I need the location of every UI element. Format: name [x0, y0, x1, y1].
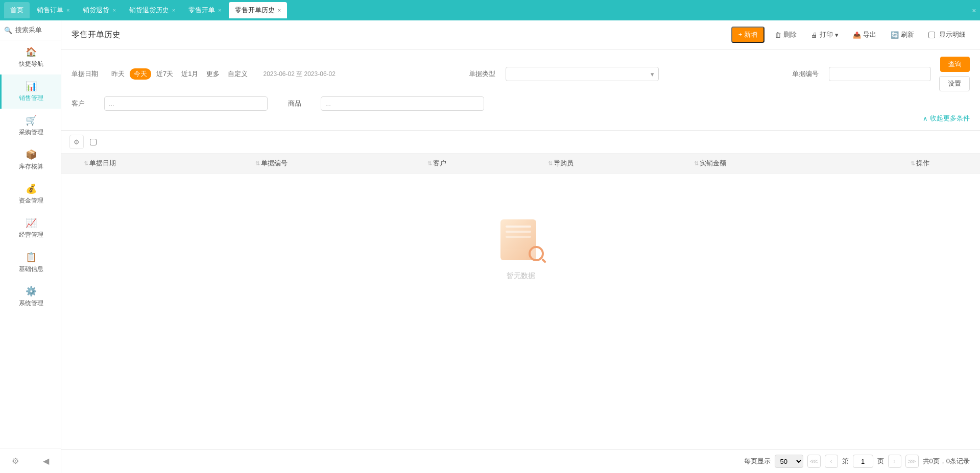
total-info: 共0页，0条记录	[923, 457, 970, 466]
sidebar-item-sales-mgmt[interactable]: 📊 销售管理	[0, 74, 61, 109]
page-label: 第	[842, 457, 849, 466]
select-all-checkbox[interactable]	[90, 139, 97, 145]
export-icon: 📤	[853, 31, 861, 39]
date-shortcut-custom[interactable]: 自定义	[225, 68, 251, 80]
page-suffix: 页	[877, 457, 884, 466]
display-detail-button[interactable]: 显示明细	[924, 28, 970, 41]
tab-close-sales-return[interactable]: ×	[112, 7, 115, 13]
delete-button[interactable]: 🗑 删除	[771, 28, 801, 41]
next-page-btn[interactable]: ›	[888, 455, 901, 468]
empty-state: 暂无数据	[61, 173, 980, 321]
table-header: ⇅单据日期⇅单据编号⇅客户⇅导购员⇅实销金额⇅操作	[61, 154, 980, 173]
collapse-row: ∧ 收起更多条件	[71, 111, 970, 123]
date-range-display: 2023-06-02 至 2023-06-02	[263, 70, 335, 79]
tab-close-sales-order[interactable]: ×	[66, 7, 69, 13]
sort-icon-guide[interactable]: ⇅	[548, 160, 553, 166]
tab-close-sales-return-history[interactable]: ×	[172, 7, 175, 13]
customer-input-dots: ...	[109, 100, 114, 108]
sidebar-collapse-btn[interactable]: ◀	[39, 454, 53, 468]
sidebar-icon-inventory: 📦	[26, 149, 37, 160]
display-detail-checkbox[interactable]	[928, 32, 935, 38]
page-title: 零售开单历史	[71, 30, 121, 40]
page-number-input[interactable]	[853, 455, 873, 468]
tab-retail-open[interactable]: 零售开单×	[182, 2, 227, 18]
sort-icon-number[interactable]: ⇅	[255, 160, 260, 166]
sort-icon-date[interactable]: ⇅	[84, 160, 88, 166]
sidebar-item-inventory[interactable]: 📦 库存核算	[0, 143, 61, 177]
search-order-btn[interactable]: 🔍 搜索采单	[0, 20, 61, 40]
doc-number-label: 单据编号	[792, 69, 821, 79]
top-bar-right: ×	[972, 7, 976, 14]
export-button[interactable]: 📤 导出	[849, 28, 880, 41]
tab-retail-open-history[interactable]: 零售开单历史×	[229, 2, 287, 18]
tab-close-retail-open-history[interactable]: ×	[278, 7, 281, 13]
refresh-button[interactable]: 🔄 刷新	[887, 28, 918, 41]
sidebar-item-quick-nav[interactable]: 🏠 快捷导航	[0, 40, 61, 74]
goods-input[interactable]: ...	[321, 96, 484, 111]
pagination: 每页显示 50 10 20 100 ⋘ ‹ 第 页 › ⋙ 共0页，0条记录	[61, 449, 980, 473]
tab-sales-order[interactable]: 销售订单×	[31, 2, 76, 18]
th-date: ⇅单据日期	[78, 154, 249, 173]
tab-close-retail-open[interactable]: ×	[218, 7, 221, 13]
filter-row-2: 客户 ... 商品 ...	[71, 96, 970, 111]
th-checkbox	[61, 154, 78, 173]
doc-type-select[interactable]: ▾	[506, 67, 659, 81]
tab-home[interactable]: 首页	[4, 2, 30, 18]
search-icon: 🔍	[4, 27, 12, 34]
tab-sales-return-history[interactable]: 销货退货历史×	[123, 2, 181, 18]
sidebar-item-purchase-mgmt[interactable]: 🛒 采购管理	[0, 109, 61, 143]
sidebar-bottom: ⚙ ◀	[0, 449, 61, 473]
sidebar-settings-btn[interactable]: ⚙	[8, 454, 23, 468]
customer-input[interactable]: ...	[104, 96, 268, 111]
new-button[interactable]: + 新增	[731, 27, 764, 43]
sidebar-item-finance[interactable]: 💰 资金管理	[0, 177, 61, 211]
th-guide: ⇅导购员	[542, 154, 688, 173]
th-customer: ⇅客户	[421, 154, 542, 173]
sort-icon-customer[interactable]: ⇅	[427, 160, 432, 166]
layout: 🔍 搜索采单 🏠 快捷导航 📊 销售管理 🛒 采购管理 📦 库存核算 💰 资金管…	[0, 20, 980, 473]
per-page-label: 每页显示	[744, 457, 771, 466]
column-settings-btn[interactable]: ⚙	[69, 135, 84, 149]
table-header-row: ⇅单据日期⇅单据编号⇅客户⇅导购员⇅实销金额⇅操作	[61, 154, 980, 173]
sidebar-label-sales-mgmt: 销售管理	[19, 94, 43, 103]
first-page-btn[interactable]: ⋘	[807, 455, 821, 468]
print-button[interactable]: 🖨 打印 ▾	[807, 28, 843, 41]
date-shortcut-yesterday[interactable]: 昨天	[108, 68, 128, 80]
last-page-btn[interactable]: ⋙	[905, 455, 919, 468]
goods-filter-group: 商品 ...	[288, 96, 484, 111]
settings-button[interactable]: 设置	[939, 76, 970, 91]
sidebar-item-operations[interactable]: 📈 经营管理	[0, 211, 61, 245]
page-actions: + 新增 🗑 删除 🖨 打印 ▾ 📤 导出 🔄 刷新	[731, 27, 970, 43]
collapse-label: 收起更多条件	[930, 114, 970, 123]
sidebar-item-basic-info[interactable]: 📋 基础信息	[0, 245, 61, 280]
date-shortcut-today[interactable]: 今天	[130, 68, 151, 80]
top-bar: 首页销售订单×销货退货×销货退货历史×零售开单×零售开单历史× ×	[0, 0, 980, 20]
sidebar-icon-system-mgmt: ⚙️	[26, 286, 37, 297]
refresh-label: 刷新	[901, 30, 914, 39]
doc-number-input[interactable]	[829, 67, 931, 81]
th-actions: ⇅操作	[859, 154, 980, 173]
sidebar-label-basic-info: 基础信息	[19, 265, 43, 273]
sidebar-item-system-mgmt[interactable]: ⚙️ 系统管理	[0, 280, 61, 314]
sidebar-icon-purchase-mgmt: 🛒	[26, 115, 37, 126]
query-button[interactable]: 查询	[940, 57, 970, 72]
date-shortcut-last1month[interactable]: 近1月	[178, 68, 201, 80]
close-window-btn[interactable]: ×	[972, 7, 976, 14]
th-number: ⇅单据编号	[249, 154, 421, 173]
customer-filter-group: 客户 ...	[71, 96, 268, 111]
customer-label: 客户	[71, 99, 100, 108]
date-shortcut-last7days[interactable]: 近7天	[153, 68, 176, 80]
export-label: 导出	[863, 30, 876, 39]
collapse-button[interactable]: ∧ 收起更多条件	[923, 114, 970, 123]
print-dropdown-icon: ▾	[835, 31, 839, 39]
select-arrow-icon: ▾	[651, 70, 654, 78]
filter-row-1: 单据日期 昨天今天近7天近1月更多自定义 2023-06-02 至 2023-0…	[71, 57, 970, 91]
delete-icon: 🗑	[775, 31, 781, 39]
date-shortcut-more[interactable]: 更多	[203, 68, 223, 80]
sidebar-icon-sales-mgmt: 📊	[26, 81, 37, 92]
sort-icon-actions[interactable]: ⇅	[911, 160, 915, 166]
sort-icon-amount[interactable]: ⇅	[694, 160, 699, 166]
tab-sales-return[interactable]: 销货退货×	[77, 2, 122, 18]
per-page-select[interactable]: 50 10 20 100	[775, 455, 803, 468]
prev-page-btn[interactable]: ‹	[825, 455, 838, 468]
